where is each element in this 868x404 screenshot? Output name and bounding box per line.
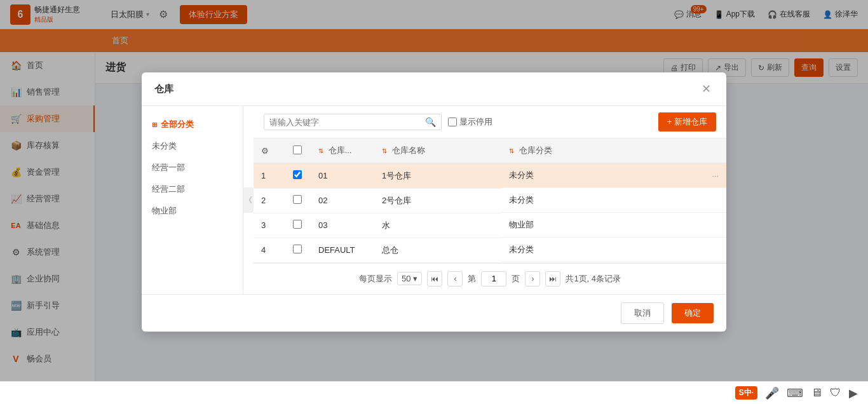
play-icon[interactable]: ▶ [849, 386, 858, 400]
row-name: 2号仓库 [374, 188, 501, 213]
modal-title: 仓库 [154, 83, 173, 95]
row-checkbox[interactable] [293, 245, 302, 253]
row-category: 物业部 [501, 213, 726, 238]
row-checkbox-cell [285, 188, 311, 213]
table-row: 4 DEFAULT 总仓 未分类 [254, 238, 726, 262]
row-category: 未分类 [501, 238, 726, 262]
last-page-button[interactable]: ⏭ [545, 271, 560, 286]
row-no: 4 [254, 238, 285, 262]
row-no: 1 [254, 163, 285, 189]
table-row: 3 03 水 物业部 [254, 213, 726, 238]
col-code: ⇅ 仓库... [311, 138, 374, 163]
row-checkbox[interactable] [293, 170, 302, 179]
last-page-icon: ⏭ [549, 274, 557, 283]
row-no: 2 [254, 188, 285, 213]
modal-footer: 取消 确定 [142, 294, 726, 332]
row-category: 未分类 [501, 188, 726, 213]
category-label-property: 物业部 [152, 205, 177, 217]
table-row: 2 02 2号仓库 未分类 [254, 188, 726, 213]
warehouse-modal: 仓库 ✕ ⊞ 全部分类 未分类 经营一部 经营二部 [142, 72, 726, 332]
row-name: 水 [374, 213, 501, 238]
row-checkbox[interactable] [293, 220, 302, 229]
row-code: 03 [311, 213, 374, 238]
warehouse-table: ⚙ ⇅ 仓库... ⇅ [254, 138, 726, 263]
add-warehouse-button[interactable]: + 新增仓库 [658, 112, 716, 131]
grid-icon: ⊞ [152, 121, 157, 128]
search-box: 🔍 [264, 114, 442, 130]
modal-header: 仓库 ✕ [142, 72, 726, 106]
row-checkbox[interactable] [293, 195, 302, 204]
keyboard-icon[interactable]: ⌨ [787, 386, 803, 400]
row-name: 1号仓库 [374, 163, 501, 189]
next-page-button[interactable]: › [525, 271, 540, 286]
warehouse-table-area: ⚙ ⇅ 仓库... ⇅ [254, 138, 726, 263]
modal-body: ⊞ 全部分类 未分类 经营一部 经营二部 物业部 《 [142, 106, 726, 294]
mic-icon[interactable]: 🎤 [765, 386, 779, 400]
cancel-button[interactable]: 取消 [621, 302, 664, 324]
per-page-label: 每页显示 [359, 273, 392, 285]
category-label-ops1: 经营一部 [152, 162, 185, 173]
category-label-uncategorized: 未分类 [152, 140, 177, 152]
table-row: 1 01 1号仓库 未分类 ··· [254, 163, 726, 189]
collapse-icon: 《 [245, 195, 252, 206]
row-actions[interactable]: ··· [712, 171, 719, 180]
show-disabled-checkbox[interactable] [448, 118, 457, 126]
collapse-button[interactable]: 《 [243, 187, 254, 213]
total-info: 共1页, 4条记录 [566, 273, 621, 285]
next-page-icon: › [531, 274, 534, 283]
search-input[interactable] [269, 118, 425, 127]
chevron-down-icon-page: ▾ [413, 274, 417, 283]
s-logo: S中· [735, 386, 757, 400]
prev-page-icon: ‹ [454, 274, 456, 283]
first-page-icon: ⏮ [431, 274, 438, 283]
row-no: 3 [254, 213, 285, 238]
row-code: 01 [311, 163, 374, 189]
col-name: ⇅ 仓库名称 [374, 138, 501, 163]
modal-toolbar: 🔍 显示停用 + 新增仓库 [254, 106, 726, 138]
sort-icon-category: ⇅ [509, 147, 514, 154]
modal-close-button[interactable]: ✕ [698, 81, 714, 97]
search-icon[interactable]: 🔍 [425, 117, 436, 127]
row-checkbox-cell [285, 238, 311, 262]
show-disabled-area: 显示停用 [448, 116, 492, 128]
category-label-ops2: 经营二部 [152, 184, 185, 195]
first-page-button[interactable]: ⏮ [427, 271, 442, 286]
category-label-all: 全部分类 [161, 119, 194, 130]
category-item-uncategorized[interactable]: 未分类 [142, 135, 243, 157]
monitor-icon[interactable]: 🖥 [811, 386, 822, 400]
show-disabled-label: 显示停用 [459, 116, 492, 128]
modal-overlay: 仓库 ✕ ⊞ 全部分类 未分类 经营一部 经营二部 [0, 0, 868, 404]
sort-icon-name: ⇅ [382, 147, 387, 154]
col-checkbox [285, 138, 311, 163]
row-code: DEFAULT [311, 238, 374, 262]
table-header-row: ⚙ ⇅ 仓库... ⇅ [254, 138, 726, 163]
bottom-bar: S中· 🎤 ⌨ 🖥 🛡 ▶ [0, 381, 868, 404]
per-page-value: 50 [402, 274, 410, 283]
row-category: 未分类 ··· [501, 163, 726, 188]
pagination: 每页显示 50 ▾ ⏮ ‹ 第 页 › [254, 263, 726, 294]
row-checkbox-cell [285, 213, 311, 238]
category-item-property[interactable]: 物业部 [142, 200, 243, 222]
prev-page-button[interactable]: ‹ [447, 271, 463, 286]
category-item-all[interactable]: ⊞ 全部分类 [142, 114, 243, 135]
select-all-checkbox[interactable] [293, 145, 302, 154]
col-category: ⇅ 仓库分类 [501, 138, 726, 163]
shield-icon[interactable]: 🛡 [830, 386, 841, 400]
modal-main: 🔍 显示停用 + 新增仓库 ⚙ [254, 106, 726, 294]
category-item-ops1[interactable]: 经营一部 [142, 157, 243, 178]
category-item-ops2[interactable]: 经营二部 [142, 178, 243, 200]
page-label: 第 [468, 273, 476, 285]
sort-icon-code: ⇅ [318, 147, 323, 154]
confirm-button[interactable]: 确定 [672, 303, 714, 323]
page-unit: 页 [512, 273, 520, 285]
column-settings-icon[interactable]: ⚙ [261, 146, 269, 156]
per-page-select[interactable]: 50 ▾ [397, 272, 422, 285]
row-checkbox-cell [285, 163, 311, 189]
modal-category-sidebar: ⊞ 全部分类 未分类 经营一部 经营二部 物业部 [142, 106, 243, 294]
page-input[interactable] [481, 271, 506, 286]
col-settings: ⚙ [254, 138, 285, 163]
row-code: 02 [311, 188, 374, 213]
row-name: 总仓 [374, 238, 501, 262]
